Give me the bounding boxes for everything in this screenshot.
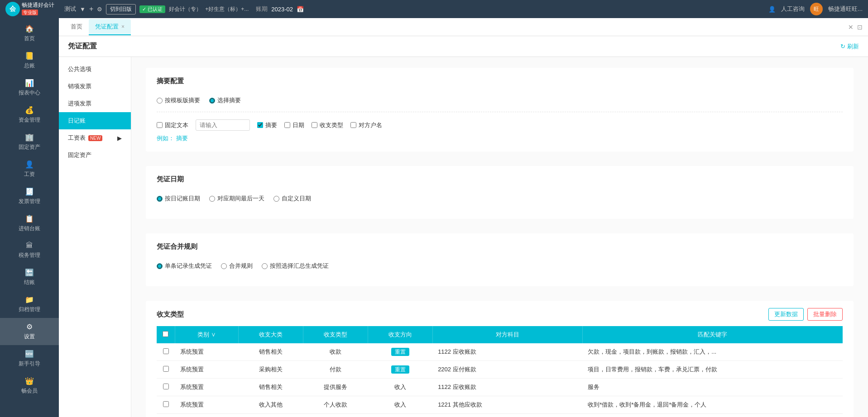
- income-type-checkbox[interactable]: [312, 122, 317, 128]
- fixed-text-label: 固定文本: [165, 121, 188, 129]
- radio-journal-date-input[interactable]: [157, 196, 163, 202]
- radio-select[interactable]: 选择摘要: [209, 96, 241, 104]
- table-body: 系统预置 销售相关 收款 重置 1122 应收账款 欠款，现金，项目款，到账款，…: [157, 343, 843, 417]
- radio-custom-date-input[interactable]: [273, 196, 279, 202]
- home-icon: 🏠: [25, 24, 34, 33]
- checkbox-income-type[interactable]: 收支类型: [312, 121, 343, 129]
- checkbox-date[interactable]: 日期: [284, 121, 304, 129]
- calendar-icon[interactable]: 📅: [297, 6, 304, 13]
- radio-select-input[interactable]: [209, 98, 215, 104]
- row-checkbox-cell[interactable]: [157, 396, 175, 414]
- tab-voucher-config[interactable]: 凭证配置 ×: [89, 19, 131, 35]
- switch-old-btn[interactable]: 切到旧版: [106, 4, 136, 14]
- update-data-btn[interactable]: 更新数据: [768, 308, 804, 321]
- row-checkbox[interactable]: [163, 366, 169, 372]
- counterpart-checkbox[interactable]: [350, 122, 356, 128]
- checkbox-counterpart[interactable]: 对方户名: [350, 121, 382, 129]
- date-label: 日期: [293, 121, 304, 129]
- row-checkbox[interactable]: [163, 401, 169, 407]
- payslip-arrow-icon: ▶: [117, 135, 122, 142]
- tab-close-btn[interactable]: ×: [121, 24, 125, 30]
- batch-delete-btn[interactable]: 批量删除: [807, 308, 843, 321]
- sidebar-item-member[interactable]: 👑 畅会员: [0, 372, 59, 399]
- row-checkbox-cell[interactable]: [157, 343, 175, 361]
- table-row: 系统预置 采购相关 付款 重置 2202 应付账款 项目，日常费用，报销款，车费…: [157, 361, 843, 379]
- summary-checkbox[interactable]: [257, 122, 263, 128]
- row-checkbox[interactable]: [163, 348, 169, 354]
- refresh-icon: ↻: [840, 43, 845, 50]
- radio-period-last-day-input[interactable]: [209, 196, 215, 202]
- th-category[interactable]: 类别 ∨: [175, 326, 239, 343]
- th-checkbox[interactable]: [157, 326, 175, 343]
- radio-template-input[interactable]: [157, 98, 163, 104]
- sidebar-label-reports: 报表中心: [19, 89, 40, 97]
- radio-template[interactable]: 按模板版摘要: [157, 96, 200, 104]
- radio-single-record-input[interactable]: [157, 263, 163, 269]
- tab-home[interactable]: 首页: [64, 19, 89, 35]
- reset-tag[interactable]: 重置: [391, 348, 409, 356]
- radio-summary-generate[interactable]: 按照选择汇总生成凭证: [262, 262, 329, 270]
- sidebar-item-inout[interactable]: 📋 进销台账: [0, 210, 59, 237]
- sidebar-item-assets[interactable]: 🏢 固定资产: [0, 128, 59, 156]
- sidebar-label-tax: 税务管理: [19, 251, 40, 259]
- config-sidebar-purchase-invoice[interactable]: 进项发票: [59, 95, 131, 112]
- sidebar-item-newbie[interactable]: 🆕 新手引导: [0, 345, 59, 372]
- checkbox-summary[interactable]: 摘要: [257, 121, 277, 129]
- config-sidebar-journal[interactable]: 日记账: [59, 112, 131, 129]
- example-value: 摘要: [176, 135, 188, 142]
- config-sidebar: 公共选项 销项发票 进项发票 日记账 工资表 NEW: [59, 57, 131, 417]
- sidebar-item-invoice[interactable]: 🧾 发票管理: [0, 183, 59, 210]
- radio-single-record[interactable]: 单条记录生成凭证: [157, 262, 212, 270]
- row-checkbox[interactable]: [163, 384, 169, 389]
- example-prefix: 例如：: [157, 135, 174, 142]
- row-category: 系统预置: [175, 396, 239, 414]
- row-checkbox-cell[interactable]: [157, 361, 175, 379]
- config-sidebar-sales-invoice[interactable]: 销项发票: [59, 78, 131, 95]
- sidebar-item-funds[interactable]: 💰 资金管理: [0, 101, 59, 128]
- income-expense-title: 收支类型: [157, 310, 184, 319]
- user-avatar[interactable]: 旺: [810, 3, 823, 15]
- th-account: 对方科目: [432, 326, 582, 343]
- reset-tag[interactable]: 重置: [391, 365, 409, 374]
- refresh-btn[interactable]: ↻ 刷新: [840, 43, 859, 51]
- th-main-type: 收支大类: [239, 326, 303, 343]
- restore-window-btn[interactable]: ⊡: [857, 24, 863, 31]
- sidebar-item-payroll[interactable]: 👤 工资: [0, 156, 59, 183]
- sidebar-item-reports[interactable]: 📊 报表中心: [0, 74, 59, 101]
- consult-label[interactable]: 人工咨询: [781, 5, 805, 13]
- settings-icon[interactable]: ⚙: [97, 6, 102, 13]
- checkbox-fixed-text[interactable]: 固定文本: [157, 121, 188, 129]
- sidebar-item-home[interactable]: 🏠 首页: [0, 20, 59, 47]
- assets-icon: 🏢: [25, 133, 34, 142]
- config-sidebar-payslip[interactable]: 工资表 NEW ▶: [59, 129, 131, 147]
- dropdown-arrow[interactable]: ▼: [80, 6, 86, 13]
- close-window-btn[interactable]: ✕: [848, 24, 854, 31]
- sidebar-label-invoice: 发票管理: [19, 198, 40, 205]
- row-checkbox-cell[interactable]: [157, 379, 175, 396]
- sidebar-item-settings[interactable]: ⚙ 设置: [0, 318, 59, 345]
- radio-custom-date[interactable]: 自定义日期: [273, 194, 311, 203]
- radio-journal-date[interactable]: 按日记账日期: [157, 194, 200, 203]
- row-main-type: 销售相关: [239, 343, 303, 361]
- settings-gear-icon: ⚙: [26, 322, 33, 331]
- fixed-text-input[interactable]: [196, 119, 250, 131]
- select-all-checkbox[interactable]: [163, 331, 168, 337]
- sidebar-item-tax[interactable]: 🏛 税务管理: [0, 237, 59, 264]
- good-accounting-tag: 好会计（专）: [169, 5, 201, 13]
- refresh-label: 刷新: [847, 43, 859, 51]
- radio-merge-rule-input[interactable]: [221, 263, 227, 269]
- row-checkbox-cell[interactable]: [157, 414, 175, 417]
- radio-period-last-day[interactable]: 对应期间最后一天: [209, 194, 264, 203]
- radio-merge-rule[interactable]: 合并规则: [221, 262, 253, 270]
- sidebar-item-close[interactable]: 🔚 结账: [0, 264, 59, 291]
- user-name[interactable]: 畅捷通旺旺...: [828, 5, 863, 13]
- add-icon[interactable]: +: [89, 5, 93, 13]
- date-checkbox[interactable]: [284, 122, 290, 128]
- fixed-text-checkbox[interactable]: [157, 122, 163, 128]
- sidebar-item-ledger[interactable]: 📒 总账: [0, 47, 59, 74]
- radio-merge-rule-label: 合并规则: [229, 262, 253, 270]
- radio-summary-generate-input[interactable]: [262, 263, 268, 269]
- config-sidebar-fixed-assets[interactable]: 固定资产: [59, 147, 131, 164]
- sidebar-item-archive[interactable]: 📁 归档管理: [0, 291, 59, 318]
- config-sidebar-public[interactable]: 公共选项: [59, 61, 131, 78]
